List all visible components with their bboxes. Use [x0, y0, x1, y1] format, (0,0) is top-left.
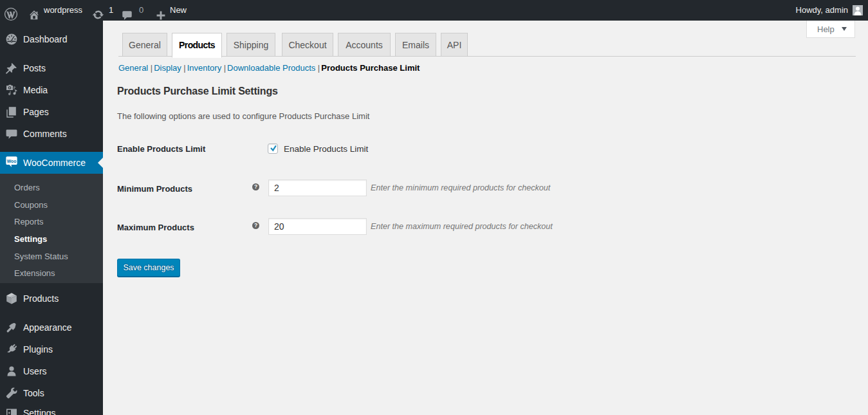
- svg-text:Woo: Woo: [7, 159, 17, 163]
